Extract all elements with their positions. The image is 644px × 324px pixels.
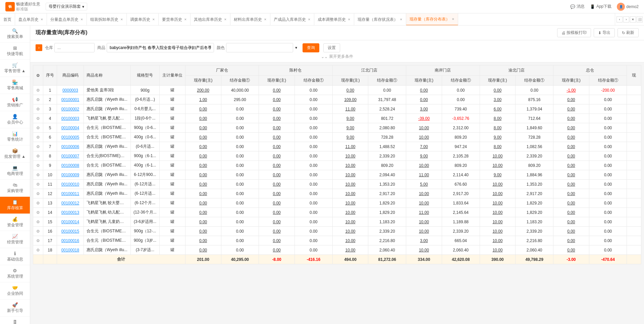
tab-close-3[interactable]: ✕ bbox=[120, 18, 123, 21]
tab-item-2[interactable]: 分量盘点单历史✕ bbox=[47, 13, 87, 25]
tab-item-5[interactable]: 要货单历史✕ bbox=[159, 13, 191, 25]
expand-conditions-btn[interactable]: ⌄⌄ 展开更多条件 bbox=[36, 54, 639, 59]
sidebar-item-5[interactable]: 👤会员中心 bbox=[0, 111, 30, 128]
cell-c-balance: 0.00 bbox=[294, 95, 332, 104]
sidebar-item-10[interactable]: 📋库存核算 bbox=[0, 197, 30, 214]
cell-f-stock: 0.00 bbox=[185, 133, 221, 142]
cell-j-balance: 2,917.20 bbox=[368, 189, 406, 198]
tab-label-2: 分量盘点单历史 bbox=[50, 17, 78, 22]
sidebar-item-2[interactable]: 🛒零售管理 ▲ bbox=[0, 60, 30, 77]
sidebar-item-16[interactable]: 🚀新手引导 bbox=[0, 299, 30, 317]
cell-j-balance: 1,183.20 bbox=[368, 217, 406, 227]
goods-input[interactable] bbox=[107, 43, 214, 52]
cell-f-balance: 0.00 bbox=[221, 208, 259, 217]
cell-t-stock: 0.00 bbox=[553, 189, 589, 198]
cell-t-stock: 0.00 bbox=[553, 151, 589, 161]
cell-unit: 罐 bbox=[159, 198, 185, 208]
sidebar-item-17[interactable]: 🎛应用中心 bbox=[0, 317, 30, 324]
cell-gear: ⚙ bbox=[33, 217, 43, 227]
cell-j-stock: 10.00 bbox=[332, 236, 368, 245]
tab-expand-btn[interactable]: ⬜ bbox=[637, 16, 643, 22]
cell-n-stock: 5.00 bbox=[406, 180, 442, 189]
cell-y-stock: 10.00 bbox=[480, 245, 516, 255]
col-index-header: 序号 bbox=[43, 65, 57, 86]
app-download-btn[interactable]: 📱 App下载 bbox=[590, 4, 611, 9]
cell-t-balance: 0.00 bbox=[589, 151, 627, 161]
sidebar-icon-1: ⊞ bbox=[1, 45, 29, 51]
cell-y-stock: 3.00 bbox=[480, 95, 516, 104]
cell-c-balance: 0.00 bbox=[294, 104, 332, 114]
tab-close-4[interactable]: ✕ bbox=[152, 18, 155, 21]
tab-item-1[interactable]: 盘点单历史✕ bbox=[15, 13, 47, 25]
sidebar-item-9[interactable]: 🛍采购管理 bbox=[0, 180, 30, 197]
tab-close-2[interactable]: ✕ bbox=[80, 18, 83, 21]
sidebar-item-4[interactable]: 📢营销推广 bbox=[0, 94, 30, 111]
refresh-btn[interactable]: ↻ 刷新 bbox=[618, 28, 639, 37]
tab-close-11[interactable]: ✕ bbox=[452, 17, 454, 21]
cell-f-stock: 0.00 bbox=[185, 104, 221, 114]
query-btn[interactable]: 查询 bbox=[303, 43, 319, 52]
cell-extra bbox=[627, 189, 641, 198]
sidebar-icon-13: ℹ bbox=[1, 251, 29, 256]
sidebar-item-6[interactable]: 📊零售统计 bbox=[0, 128, 30, 145]
tab-close-all-btn[interactable]: ✕ bbox=[630, 16, 636, 22]
color-input[interactable] bbox=[226, 43, 293, 52]
sidebar-item-15[interactable]: 🤝企业协同 bbox=[0, 282, 30, 299]
tab-close-10[interactable]: ✕ bbox=[400, 18, 402, 21]
cell-f-stock: 0.00 bbox=[185, 161, 221, 170]
tab-close-1[interactable]: ✕ bbox=[41, 18, 43, 21]
cell-spec: 400g（6-1... bbox=[131, 161, 160, 170]
cell-f-balance: 0.00 bbox=[221, 227, 259, 236]
sidebar-item-8[interactable]: 💻电商管理 bbox=[0, 163, 30, 180]
message-btn[interactable]: 💬 消息 bbox=[570, 4, 585, 9]
tab-close-6[interactable]: ✕ bbox=[224, 18, 227, 21]
cell-j-stock: 0.00 bbox=[332, 86, 368, 95]
sidebar-item-1[interactable]: ⊞快捷导航 bbox=[0, 43, 30, 60]
tab-prev-btn[interactable]: ‹ bbox=[616, 16, 623, 22]
tab-item-6[interactable]: 其他出库单历史✕ bbox=[191, 13, 230, 25]
tab-next-btn[interactable]: › bbox=[623, 16, 629, 22]
cell-unit: 罐 bbox=[159, 227, 185, 236]
sidebar-item-3[interactable]: 🏪零售商城 bbox=[0, 77, 30, 94]
sidebar-item-11[interactable]: 💰资金管理 bbox=[0, 214, 30, 231]
tab-close-8[interactable]: ✕ bbox=[308, 18, 311, 21]
cell-j-balance: 2,339.20 bbox=[368, 151, 406, 161]
footer-extra bbox=[627, 255, 641, 264]
tab-item-0[interactable]: 首页 bbox=[0, 13, 15, 25]
tab-item-7[interactable]: 材料出库单历史✕ bbox=[230, 13, 270, 25]
sidebar-item-0[interactable]: 🔍搜索英单 bbox=[0, 26, 30, 43]
cell-code: 00100016 bbox=[57, 236, 84, 245]
user-menu[interactable]: 👤 demo2 bbox=[617, 3, 639, 11]
tab-close-7[interactable]: ✕ bbox=[264, 18, 267, 21]
cell-name: 惠氏启陇（Wyeth illu... bbox=[84, 245, 131, 255]
sidebar-item-14[interactable]: ⚙系统管理 bbox=[0, 265, 30, 282]
tab-item-11[interactable]: 现存量（库存分布表）✕ bbox=[406, 13, 458, 25]
sidebar-item-7[interactable]: 📦批发管理 ▲ bbox=[0, 145, 30, 163]
tab-item-10[interactable]: 现存量（库存状况表）✕ bbox=[354, 13, 406, 25]
cell-name: 惠氏启陇（Wyeth illu... bbox=[84, 170, 131, 180]
cell-unit: 罐 bbox=[159, 142, 185, 151]
sidebar-item-12[interactable]: 📈经营管理 bbox=[0, 231, 30, 248]
sidebar-label-13: 基础信息 bbox=[1, 257, 29, 262]
cell-extra bbox=[627, 245, 641, 255]
export-btn[interactable]: ⬇ 导出 bbox=[594, 28, 615, 37]
tab-item-8[interactable]: 产成品入库单历史✕ bbox=[270, 13, 314, 25]
filter-toggle-btn[interactable]: › bbox=[36, 44, 42, 51]
warehouse-input[interactable] bbox=[54, 43, 95, 52]
print-btn[interactable]: 🖨 按模板打印 bbox=[557, 28, 591, 37]
settings-btn[interactable]: 设置 bbox=[323, 43, 340, 52]
sidebar-item-13[interactable]: ℹ基础信息 bbox=[0, 248, 30, 265]
col-spec-header: 规格型号 bbox=[131, 65, 160, 86]
cell-idx: 11 bbox=[43, 180, 57, 189]
sidebar-label-7: 批发管理 ▲ bbox=[1, 154, 29, 159]
tab-item-3[interactable]: 组装拆卸单历史✕ bbox=[87, 13, 127, 25]
sidebar-icon-10: 📋 bbox=[1, 199, 29, 205]
industry-selector[interactable]: 母婴行业演示陈套 ▾ bbox=[46, 3, 87, 10]
tab-item-9[interactable]: 成本调整单历史✕ bbox=[314, 13, 354, 25]
tab-item-4[interactable]: 调拨单历史✕ bbox=[127, 13, 159, 25]
app-icon: 📱 bbox=[590, 4, 595, 9]
cell-j-balance: 2,528.24 bbox=[368, 104, 406, 114]
tab-close-9[interactable]: ✕ bbox=[348, 18, 351, 21]
chenlu-stock-header: 现存量(主) bbox=[259, 76, 295, 86]
tab-close-5[interactable]: ✕ bbox=[184, 18, 187, 21]
